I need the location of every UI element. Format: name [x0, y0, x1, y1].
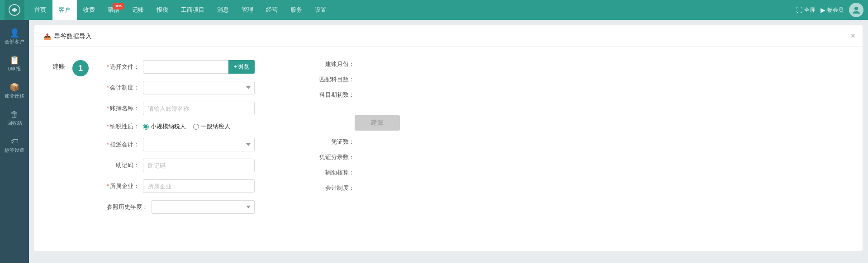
ref-year-row: 参照历史年度：	[107, 200, 255, 214]
import-icon: 📤	[43, 33, 51, 40]
fullscreen-button[interactable]: ⛶ 全屏	[796, 6, 815, 14]
tax-type-row: 纳税性质： 小规模纳税人 一般纳税人	[107, 122, 255, 131]
auxiliary-label: 辅助核算：	[318, 169, 355, 177]
step-circle: 1	[72, 60, 89, 76]
company-row: 所属企业：	[107, 179, 255, 193]
sidebar-item-recycle[interactable]: 🗑 回收站	[0, 105, 29, 132]
auxiliary-row: 辅助核算：	[318, 169, 436, 177]
avatar[interactable]	[849, 3, 863, 17]
member-button[interactable]: ▶ 畅会员	[821, 6, 844, 14]
company-input[interactable]	[143, 179, 255, 193]
file-input-wrap: +浏览	[143, 60, 255, 74]
sidebar-item-tags[interactable]: 🏷 标签设置	[0, 132, 29, 159]
nav-item-operation[interactable]: 经营	[260, 0, 284, 20]
all-customers-icon: 👤	[9, 29, 19, 37]
nav-item-accounting[interactable]: 记账	[126, 0, 150, 20]
memo-code-row: 助记码：	[107, 159, 255, 172]
top-navigation: 首页 客户 收费 票据 new 记账 报税 工商项目 消息 管理 经营 服务 设…	[0, 0, 868, 20]
step-section: 建账 1	[52, 60, 89, 214]
voucher-count-label: 凭证数：	[318, 138, 355, 146]
voucher-entries-label: 凭证分录数：	[318, 153, 355, 161]
right-form: 建账月份： 匹配科目数： 科目期初数： 建账	[318, 60, 436, 214]
close-button[interactable]: ×	[850, 32, 855, 40]
nav-item-message[interactable]: 消息	[211, 0, 235, 20]
ref-year-label: 参照历史年度：	[107, 203, 148, 211]
main-layout: 👤 全部客户 📋 0申报 📦 账套迁移 🗑 回收站 🏷 标签设置 📤 导爷数据导…	[0, 20, 868, 263]
sidebar-item-migration[interactable]: 📦 账套迁移	[0, 78, 29, 105]
nav-item-customer[interactable]: 客户	[52, 0, 77, 20]
match-account-row: 匹配科目数：	[318, 75, 436, 84]
import-panel: 📤 导爷数据导入 × 建账 1 选择文件：	[34, 25, 863, 251]
month-label: 建账月份：	[318, 60, 355, 68]
memo-code-input[interactable]	[143, 159, 255, 172]
right-accounting-system-label: 会计制度：	[318, 184, 355, 192]
tags-icon: 🏷	[10, 137, 19, 146]
sidebar-item-declaration[interactable]: 📋 0申报	[0, 51, 29, 78]
ledger-name-label: 账簿名称：	[107, 104, 139, 113]
migration-icon: 📦	[9, 83, 19, 91]
tax-small-option[interactable]: 小规模纳税人	[143, 122, 186, 131]
nav-item-home[interactable]: 首页	[28, 0, 52, 20]
panel-header: 📤 导爷数据导入 ×	[34, 25, 863, 47]
declaration-icon: 📋	[9, 56, 19, 64]
build-button[interactable]: 建账	[355, 115, 400, 131]
content-area: 📤 导爷数据导入 × 建账 1 选择文件：	[29, 20, 868, 263]
voucher-entries-row: 凭证分录数：	[318, 153, 436, 161]
nav-item-manage[interactable]: 管理	[235, 0, 260, 20]
file-label: 选择文件：	[107, 63, 139, 71]
form-area: 建账 1 选择文件： +浏览	[34, 47, 863, 227]
sidebar-item-all-customers[interactable]: 👤 全部客户	[0, 23, 29, 51]
member-icon: ▶	[821, 6, 825, 14]
assign-accountant-row: 指派会计：	[107, 138, 255, 151]
sidebar: 👤 全部客户 📋 0申报 📦 账套迁移 🗑 回收站 🏷 标签设置	[0, 20, 29, 263]
assign-accountant-select[interactable]	[143, 138, 255, 151]
voucher-count-row: 凭证数：	[318, 138, 436, 146]
svg-point-1	[854, 7, 858, 10]
accounting-system-select[interactable]	[143, 81, 255, 94]
month-row: 建账月份：	[318, 60, 436, 68]
nav-item-invoice[interactable]: 票据 new	[101, 0, 126, 20]
tax-type-label: 纳税性质：	[107, 122, 139, 131]
initial-balance-row: 科目期初数：	[318, 91, 436, 99]
company-label: 所属企业：	[107, 182, 139, 190]
initial-balance-label: 科目期初数：	[318, 91, 355, 99]
match-account-label: 匹配科目数：	[318, 75, 355, 84]
ledger-name-row: 账簿名称：	[107, 102, 255, 115]
right-accounting-system-row: 会计制度：	[318, 184, 436, 192]
panel-title: 导爷数据导入	[54, 33, 92, 41]
tax-general-option[interactable]: 一般纳税人	[193, 122, 230, 131]
tax-type-radio-group: 小规模纳税人 一般纳税人	[143, 122, 255, 131]
divider	[282, 60, 282, 214]
new-badge: new	[113, 3, 124, 9]
step-label: 建账	[52, 63, 65, 71]
nav-item-business[interactable]: 工商项目	[175, 0, 211, 20]
file-select-row: 选择文件： +浏览	[107, 60, 255, 74]
nav-item-fee[interactable]: 收费	[77, 0, 101, 20]
build-btn-area: 建账	[318, 115, 436, 131]
accounting-system-row: 会计制度：	[107, 81, 255, 94]
browse-button[interactable]: +浏览	[228, 60, 255, 74]
memo-code-label: 助记码：	[107, 161, 139, 169]
left-form: 选择文件： +浏览 会计制度：	[107, 60, 255, 214]
fullscreen-icon: ⛶	[796, 6, 802, 14]
assign-accountant-label: 指派会计：	[107, 141, 139, 149]
nav-item-tax[interactable]: 报税	[150, 0, 175, 20]
nav-right-area: ⛶ 全屏 ▶ 畅会员	[796, 3, 863, 17]
nav-item-settings[interactable]: 设置	[308, 0, 333, 20]
ledger-name-input[interactable]	[143, 102, 255, 115]
ref-year-select[interactable]	[152, 200, 255, 214]
nav-item-service[interactable]: 服务	[284, 0, 308, 20]
logo[interactable]	[5, 0, 24, 20]
recycle-icon: 🗑	[10, 110, 19, 118]
file-input[interactable]	[143, 60, 228, 74]
accounting-system-label: 会计制度：	[107, 84, 139, 92]
